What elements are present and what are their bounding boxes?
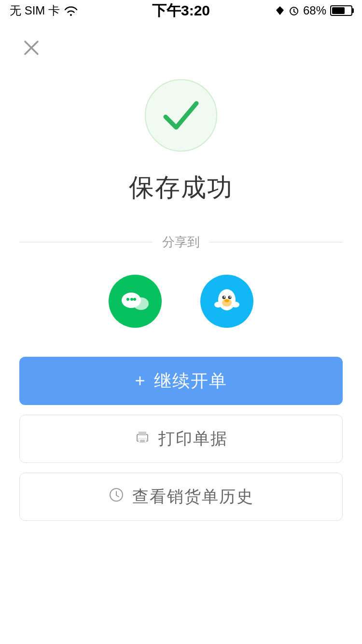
battery-text: 68% (303, 4, 326, 17)
success-title: 保存成功 (129, 171, 233, 205)
close-icon (23, 40, 40, 56)
share-divider: 分享到 (19, 234, 343, 251)
svg-rect-20 (139, 432, 146, 435)
wifi-icon (64, 5, 78, 16)
qq-icon (211, 284, 243, 318)
svg-point-7 (126, 298, 129, 301)
share-icons (19, 275, 343, 328)
location-icon (275, 5, 285, 16)
share-qq-button[interactable] (200, 275, 253, 328)
printer-svg-icon (134, 429, 151, 445)
main-content: 保存成功 分享到 (0, 70, 362, 644)
action-buttons: + 继续开单 打印单据 (19, 357, 343, 521)
status-right: 68% (275, 4, 352, 17)
print-label: 打印单据 (158, 428, 228, 450)
svg-line-2 (294, 12, 295, 13)
svg-point-16 (223, 296, 225, 298)
print-button[interactable]: 打印单据 (19, 415, 343, 463)
print-icon (134, 429, 151, 449)
continue-order-button[interactable]: + 继续开单 (19, 357, 343, 405)
clock-icon (108, 487, 125, 507)
status-bar: 无 SIM 卡 下午3:20 68% (0, 0, 362, 21)
svg-point-9 (133, 298, 136, 301)
continue-order-label: 继续开单 (154, 369, 227, 393)
svg-point-8 (130, 298, 133, 301)
share-wechat-button[interactable] (109, 275, 162, 328)
battery-icon (330, 5, 352, 16)
status-left: 无 SIM 卡 (10, 3, 78, 18)
svg-point-18 (224, 299, 229, 302)
history-svg-icon (108, 487, 125, 503)
no-sim-text: 无 SIM 卡 (10, 3, 60, 18)
wechat-icon (118, 287, 152, 316)
history-label: 查看销货单历史 (132, 486, 254, 508)
svg-point-11 (214, 302, 222, 308)
svg-point-17 (229, 296, 231, 298)
svg-point-12 (232, 302, 239, 308)
share-label: 分享到 (153, 234, 209, 251)
svg-line-26 (116, 495, 119, 497)
checkmark-icon (162, 98, 200, 132)
status-time: 下午3:20 (152, 1, 210, 21)
close-button[interactable] (19, 36, 43, 60)
alarm-icon (289, 5, 299, 16)
plus-icon: + (135, 371, 146, 391)
history-button[interactable]: 查看销货单历史 (19, 473, 343, 521)
share-section: 分享到 (19, 234, 343, 328)
success-icon-circle (145, 79, 217, 152)
close-button-wrap (0, 21, 362, 70)
